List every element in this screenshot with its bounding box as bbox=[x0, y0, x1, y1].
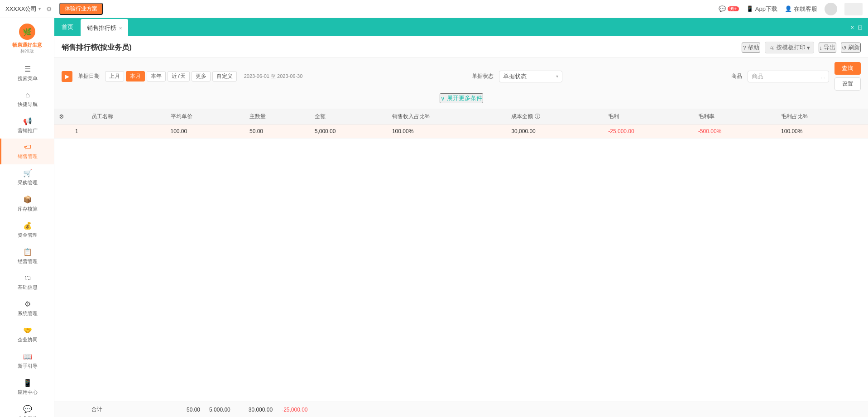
quick-nav-label: 快捷导航 bbox=[18, 101, 38, 108]
footer-total-label: 合计 bbox=[91, 406, 173, 413]
online-service-label: 在线客服 bbox=[794, 5, 817, 13]
sidebar-item-sys[interactable]: ⚙ 系统管理 bbox=[0, 295, 54, 321]
date-btn-custom[interactable]: 自定义 bbox=[212, 71, 237, 81]
sidebar-item-corp-wechat[interactable]: 💬 企业微信 bbox=[0, 400, 54, 417]
date-btn-this-year[interactable]: 本年 bbox=[147, 71, 166, 81]
cell-gross-rate: -500.00% bbox=[694, 125, 777, 139]
filter-expand-row: ∨ 展开更多条件 bbox=[62, 91, 861, 104]
date-filter-label: 单据日期 bbox=[78, 72, 100, 80]
col-settings[interactable]: ⚙ bbox=[54, 109, 71, 125]
expand-arrow-icon: ▶ bbox=[65, 73, 69, 80]
top-bar: XXXXX公司 ▾ ⚙ 体验行业方案 💬 99+ 📱 App下载 👤 在线客服 bbox=[0, 0, 868, 18]
col-avg-price: 平均单价 bbox=[166, 109, 245, 125]
page-header: 销售排行榜(按业务员) ? 帮助 🖨 按模板打印 ▾ ↓ 导出 bbox=[54, 36, 868, 58]
logo-text: 畅康通好生意 bbox=[4, 42, 50, 48]
tab-bar-right: × ⊡ bbox=[850, 24, 868, 31]
print-btn[interactable]: 🖨 按模板打印 ▾ bbox=[765, 42, 814, 53]
filter-row-1: ▶ 单据日期 上月 本月 本年 近7天 更多 自定义 2023-06-01 至 … bbox=[62, 62, 861, 91]
date-btn-last-month[interactable]: 上月 bbox=[105, 71, 124, 81]
sales-label: 销售管理 bbox=[18, 153, 38, 160]
table-footer: 合计 50.00 5,000.00 30,000.00 -25,000.00 bbox=[54, 402, 868, 417]
sidebar-item-funds[interactable]: 💰 资金管理 bbox=[0, 217, 54, 243]
refresh-btn[interactable]: ↺ 刷新 bbox=[841, 43, 861, 53]
corp-collab-icon: 🤝 bbox=[23, 326, 32, 335]
online-service-btn[interactable]: 👤 在线客服 bbox=[785, 5, 817, 13]
footer-cost: 30,000.00 bbox=[244, 407, 277, 413]
sidebar-item-app-center[interactable]: 📱 应用中心 bbox=[0, 374, 54, 400]
expand-conditions-btn[interactable]: ∨ 展开更多条件 bbox=[440, 93, 483, 103]
app-download-label: App下载 bbox=[755, 5, 777, 13]
search-order-icon: ☰ bbox=[24, 65, 31, 73]
sys-label: 系统管理 bbox=[18, 310, 38, 317]
tab-close-icon[interactable]: × bbox=[119, 25, 122, 31]
help-icon: ? bbox=[743, 44, 746, 51]
status-filter-label: 单据状态 bbox=[472, 72, 494, 80]
col-settings-icon: ⚙ bbox=[59, 113, 64, 120]
goods-placeholder: 商品 bbox=[752, 72, 763, 81]
sidebar-item-sales-mgmt[interactable]: 🏷 销售管理 bbox=[0, 139, 54, 164]
company-gear-icon[interactable]: ⚙ bbox=[46, 5, 52, 13]
print-icon: 🖨 bbox=[769, 44, 775, 51]
app-center-icon: 📱 bbox=[23, 379, 32, 387]
sidebar-item-corp-collab[interactable]: 🤝 企业协同 bbox=[0, 321, 54, 348]
col-amount: 全额 bbox=[310, 109, 388, 125]
page-title: 销售排行榜(按业务员) bbox=[62, 43, 742, 53]
goods-more-icon: ... bbox=[821, 74, 825, 79]
basic-info-label: 基础信息 bbox=[18, 284, 38, 291]
tab-bar: 首页 销售排行榜 × × ⊡ bbox=[54, 18, 868, 36]
message-btn[interactable]: 💬 99+ bbox=[719, 5, 739, 12]
data-table: ⚙ 员工名称 平均单价 主数量 全额 销售收入占比% 成本全额 ⓘ 毛利 毛利率… bbox=[54, 109, 868, 139]
tab-sales-ranking[interactable]: 销售排行榜 × bbox=[81, 19, 128, 37]
query-btn[interactable]: 查询 bbox=[834, 62, 861, 75]
window-close-icon[interactable]: × bbox=[850, 24, 854, 31]
footer-gross: -25,000.00 bbox=[277, 407, 312, 413]
date-btn-7days[interactable]: 近7天 bbox=[168, 71, 190, 81]
tab-home[interactable]: 首页 bbox=[54, 18, 81, 36]
col-rank bbox=[71, 109, 87, 125]
trial-btn[interactable]: 体验行业方案 bbox=[59, 3, 103, 15]
print-caret-icon: ▾ bbox=[807, 44, 810, 51]
col-sales-pct: 销售收入占比% bbox=[388, 109, 507, 125]
search-order-label: 搜索菜单 bbox=[18, 75, 38, 82]
sidebar-item-search-order[interactable]: ☰ 搜索菜单 bbox=[0, 60, 54, 86]
app-download-btn[interactable]: 📱 App下载 bbox=[746, 5, 777, 13]
export-icon: ↓ bbox=[820, 44, 823, 51]
help-btn[interactable]: ? 帮助 bbox=[742, 43, 760, 53]
status-filter-select[interactable]: 单据状态 ▾ bbox=[499, 71, 562, 82]
service-icon: 👤 bbox=[785, 5, 792, 12]
sidebar-item-basic-info[interactable]: 🗂 基础信息 bbox=[0, 269, 54, 295]
date-btn-more[interactable]: 更多 bbox=[192, 71, 211, 81]
goods-filter-input[interactable]: 商品 ... bbox=[748, 71, 829, 82]
status-placeholder: 单据状态 bbox=[503, 72, 527, 81]
col-gross: 毛利 bbox=[604, 109, 694, 125]
inventory-icon: 📦 bbox=[23, 195, 32, 204]
filter-expand-arrow-btn[interactable]: ▶ bbox=[62, 71, 72, 82]
sidebar-item-marketing[interactable]: 📢 营销推广 bbox=[0, 112, 54, 139]
sidebar-item-new-guide[interactable]: 📖 新手引导 bbox=[0, 348, 54, 374]
col-main-qty: 主数量 bbox=[245, 109, 310, 125]
new-guide-label: 新手引导 bbox=[18, 363, 38, 369]
export-btn[interactable]: ↓ 导出 bbox=[819, 43, 837, 53]
sidebar-item-quick-nav[interactable]: ⌂ 快捷导航 bbox=[0, 86, 54, 112]
page-content: 销售排行榜(按业务员) ? 帮助 🖨 按模板打印 ▾ ↓ 导出 bbox=[54, 36, 868, 417]
corp-wechat-label: 企业微信 bbox=[18, 415, 38, 417]
avatar[interactable] bbox=[825, 3, 837, 15]
inventory-label: 库存核算 bbox=[18, 206, 38, 212]
new-guide-icon: 📖 bbox=[23, 352, 32, 361]
date-btn-this-month[interactable]: 本月 bbox=[126, 71, 145, 81]
sys-icon: ⚙ bbox=[24, 300, 31, 308]
logo-icon: 🌿 bbox=[19, 24, 35, 40]
col-cost: 成本全额 ⓘ bbox=[507, 109, 604, 125]
sidebar-item-ops[interactable]: 📋 经营管理 bbox=[0, 243, 54, 269]
corp-collab-label: 企业协同 bbox=[18, 336, 38, 343]
company-chevron-icon: ▾ bbox=[38, 6, 41, 11]
filter-area: ▶ 单据日期 上月 本月 本年 近7天 更多 自定义 2023-06-01 至 … bbox=[54, 58, 868, 109]
window-max-icon[interactable]: ⊡ bbox=[858, 24, 863, 31]
page-header-actions: ? 帮助 🖨 按模板打印 ▾ ↓ 导出 ↺ 刷新 bbox=[742, 42, 861, 53]
corp-wechat-icon: 💬 bbox=[23, 405, 32, 413]
message-icon: 💬 bbox=[719, 5, 726, 12]
sidebar-item-purchase-mgmt[interactable]: 🛒 采购管理 bbox=[0, 164, 54, 191]
sidebar-item-inventory[interactable]: 📦 库存核算 bbox=[0, 191, 54, 217]
company-selector[interactable]: XXXXX公司 ▾ bbox=[5, 5, 41, 13]
settings-btn[interactable]: 设置 bbox=[834, 77, 861, 91]
